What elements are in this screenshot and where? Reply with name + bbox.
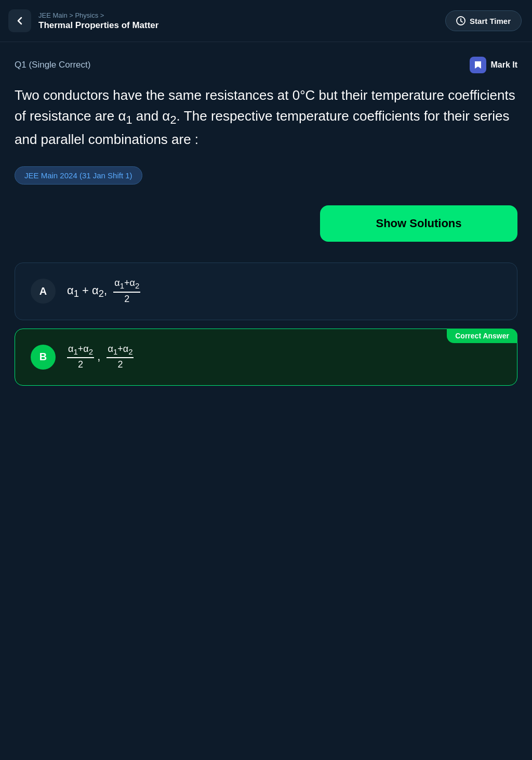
option-a-card[interactable]: A α1 + α2, α1+α2 2 — [15, 263, 517, 320]
question-text-content: Two conductors have the same resistances… — [15, 87, 515, 147]
back-button[interactable] — [8, 9, 31, 32]
header-left: JEE Main > Physics > Thermal Properties … — [8, 9, 158, 32]
fraction-a: α1+α2 2 — [113, 278, 140, 305]
option-b-badge: B — [31, 345, 56, 370]
header: JEE Main > Physics > Thermal Properties … — [0, 0, 532, 42]
mark-it-label: Mark It — [490, 60, 517, 70]
question-label: Q1 (Single Correct) — [15, 60, 90, 70]
option-a-badge: A — [31, 279, 56, 304]
option-b-content: α1+α2 2 , α1+α2 2 — [67, 344, 134, 371]
mark-it-button[interactable]: Mark It — [470, 57, 517, 73]
main-content: Q1 (Single Correct) Mark It Two conducto… — [0, 42, 532, 407]
breadcrumb: JEE Main > Physics > — [38, 11, 158, 19]
show-solutions-wrapper: Show Solutions — [15, 205, 517, 242]
exam-tag[interactable]: JEE Main 2024 (31 Jan Shift 1) — [15, 166, 142, 185]
start-timer-button[interactable]: Start Timer — [445, 10, 522, 31]
timer-label: Start Timer — [470, 17, 511, 25]
option-a-content: α1 + α2, α1+α2 2 — [67, 278, 140, 305]
correct-answer-tag: Correct Answer — [447, 329, 517, 343]
show-solutions-button[interactable]: Show Solutions — [320, 205, 517, 242]
options-section: A α1 + α2, α1+α2 2 Correct Answer B α1+α… — [15, 263, 517, 406]
header-title-block: JEE Main > Physics > Thermal Properties … — [38, 11, 158, 31]
question-body: Two conductors have the same resistances… — [15, 85, 517, 150]
option-b-card[interactable]: Correct Answer B α1+α2 2 , α1+α2 2 — [15, 329, 517, 386]
fraction-b2: α1+α2 2 — [107, 344, 134, 371]
page-title: Thermal Properties of Matter — [38, 20, 158, 31]
fraction-b1: α1+α2 2 — [67, 344, 94, 371]
question-meta: Q1 (Single Correct) Mark It — [15, 57, 517, 73]
bookmark-icon — [470, 57, 486, 73]
